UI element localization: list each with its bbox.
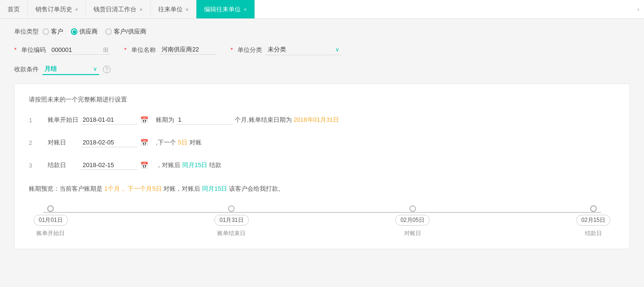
radio-customer-label: 客户	[51, 27, 63, 36]
row-3-suffix-pre: ，对账后	[156, 161, 180, 169]
row-1-label: 账单开始日	[48, 116, 81, 124]
category-field: * 单位分类 未分类 ∨	[230, 44, 341, 55]
timeline-dot-2	[409, 205, 416, 212]
category-label: 单位分类	[237, 46, 262, 54]
row-1-date-wrap: 📅	[81, 115, 148, 125]
row-1-suffix: 账期为 个月,账单结束日期为 2018年01月31日	[156, 115, 339, 125]
tab-partners[interactable]: 往来单位 ×	[151, 0, 196, 18]
setting-row-1: 1 账单开始日 📅 账期为 个月,账单结束日期为 2018年01月31日	[29, 115, 615, 125]
row-2-cal-icon[interactable]: 📅	[140, 139, 148, 146]
payment-label: 收款条件	[14, 65, 39, 74]
radio-both-label: 客户/供应商	[114, 27, 146, 36]
row-2-suffix: ,下一个 5日 对账	[156, 138, 202, 147]
row-1-date-input[interactable]	[81, 115, 137, 125]
payment-select[interactable]: 月结 ∨	[42, 64, 99, 75]
row-2-num: 2	[29, 139, 38, 146]
radio-both-circle	[105, 28, 112, 35]
timeline-dot-0	[47, 205, 54, 212]
row-3-suffix-post: 结款	[209, 161, 221, 169]
tab-sales-history[interactable]: 销售订单历史 ×	[28, 0, 86, 18]
radio-supplier-label: 供应商	[79, 27, 98, 36]
code-copy-icon[interactable]: ⊞	[102, 46, 110, 53]
main-content: 单位类型 客户 供应商 客户/供应商 * 单位编码	[0, 19, 644, 287]
preview-part2: 下一个月5日	[127, 185, 161, 192]
tab-more-icon: ›	[637, 6, 639, 13]
timeline-desc-2: 对账日	[404, 229, 421, 237]
radio-customer-circle	[42, 28, 49, 35]
timeline-dot-1	[228, 205, 235, 212]
row-3-cal-icon[interactable]: 📅	[140, 161, 148, 169]
unit-type-label: 单位类型	[14, 27, 39, 36]
payment-field: 收款条件 月结 ∨ ?	[14, 64, 110, 75]
payment-dropdown-icon: ∨	[93, 66, 97, 72]
card-title: 请按照未来的一个完整帐期进行设置	[29, 95, 615, 104]
timeline-dot-3	[590, 205, 597, 212]
category-select[interactable]: 未分类 ∨	[266, 44, 341, 55]
row-2-highlight: 5日	[178, 138, 187, 147]
tab-cash-work[interactable]: 钱货日清工作台 ×	[86, 0, 150, 18]
row-2-date-input[interactable]	[81, 138, 137, 147]
tabs-bar: 首页 销售订单历史 × 钱货日清工作台 × 往来单位 × 编辑往来单位 × ›	[0, 0, 644, 19]
row-3-date-wrap: 📅	[81, 160, 148, 170]
timeline-node-3: 02月15日 结款日	[576, 205, 610, 237]
preview-prefix: 账期预览：当前客户账期是	[29, 185, 102, 192]
category-dropdown-icon: ∨	[335, 46, 339, 53]
row-1-num: 1	[29, 117, 38, 124]
setting-row-2: 2 对账日 📅 ,下一个 5日 对账	[29, 138, 615, 147]
tab-cash-work-close[interactable]: ×	[139, 7, 142, 12]
timeline-desc-3: 结款日	[585, 229, 602, 237]
timeline: 01月01日 账单开始日 01月31日 账单结束日 02月05日 对账日 02月…	[29, 205, 615, 237]
radio-both[interactable]: 客户/供应商	[105, 27, 146, 36]
code-name-category-row: * 单位编码 ⊞ * 单位名称 * 单位分类 未分类 ∨	[14, 44, 630, 55]
tab-edit-partner-label: 编辑往来单位	[204, 5, 241, 14]
radio-customer[interactable]: 客户	[42, 27, 63, 36]
timeline-node-0: 01月01日 账单开始日	[34, 205, 68, 237]
row-2-suffix-post: 对账	[189, 138, 202, 147]
unit-type-field: 单位类型 客户 供应商 客户/供应商	[14, 27, 146, 36]
help-icon-text: ?	[105, 67, 108, 72]
timeline-node-1: 01月31日 账单结束日	[214, 205, 249, 237]
row-3-num: 3	[29, 162, 38, 169]
preview-part1: 1个月，	[104, 185, 126, 192]
tab-home[interactable]: 首页	[0, 0, 28, 18]
preview-part4: 同月15日	[202, 185, 227, 192]
name-field: * 单位名称	[124, 45, 216, 55]
category-select-value: 未分类	[268, 45, 286, 54]
radio-group-unit-type: 客户 供应商 客户/供应商	[42, 27, 146, 36]
row-1-cal-icon[interactable]: 📅	[140, 116, 148, 124]
tab-partners-label: 往来单位	[158, 5, 183, 14]
timeline-tag-3: 02月15日	[576, 215, 610, 226]
code-input-wrap: ⊞	[50, 45, 110, 55]
setting-row-3: 3 结款日 📅 ，对账后 同月15日 结款	[29, 160, 615, 170]
code-field: * 单位编码 ⊞	[14, 45, 110, 55]
category-required-star: *	[230, 46, 233, 53]
tab-edit-partner[interactable]: 编辑往来单位 ×	[196, 0, 254, 18]
unit-type-row: 单位类型 客户 供应商 客户/供应商	[14, 27, 630, 36]
row-1-suffix-mid: 个月,账单结束日期为	[235, 116, 292, 124]
tab-cash-work-label: 钱货日清工作台	[93, 5, 136, 14]
code-input[interactable]	[50, 45, 102, 54]
timeline-tag-2: 02月05日	[395, 215, 430, 226]
preview-suffix: 该客户会给我打款。	[229, 185, 284, 192]
row-3-date-input[interactable]	[81, 160, 137, 170]
tab-more-button[interactable]: ›	[633, 0, 644, 18]
tab-edit-partner-close[interactable]: ×	[244, 7, 246, 12]
row-2-date-wrap: 📅	[81, 138, 148, 147]
timeline-desc-1: 账单结束日	[217, 229, 246, 237]
row-1-suffix-pre: 账期为	[156, 116, 174, 124]
tab-partners-close[interactable]: ×	[186, 7, 188, 12]
name-input[interactable]	[160, 45, 216, 55]
row-3-suffix: ，对账后 同月15日 结款	[156, 161, 221, 169]
row-3-label: 结款日	[48, 161, 81, 169]
payment-row: 收款条件 月结 ∨ ?	[14, 64, 630, 75]
period-input[interactable]	[176, 115, 233, 125]
tab-sales-history-close[interactable]: ×	[75, 7, 78, 12]
radio-supplier[interactable]: 供应商	[71, 27, 98, 36]
row-1-end-date: 2018年01月31日	[294, 116, 339, 124]
preview-text: 账期预览：当前客户账期是 1个月， 下一个月5日 对账，对账后 同月15日 该客…	[29, 183, 615, 194]
row-2-suffix-pre: ,下一个	[156, 138, 176, 147]
payment-help-icon[interactable]: ?	[103, 66, 110, 73]
tab-home-label: 首页	[8, 5, 20, 14]
payment-select-value: 月结	[44, 65, 57, 73]
row-3-highlight: 同月15日	[182, 161, 207, 169]
